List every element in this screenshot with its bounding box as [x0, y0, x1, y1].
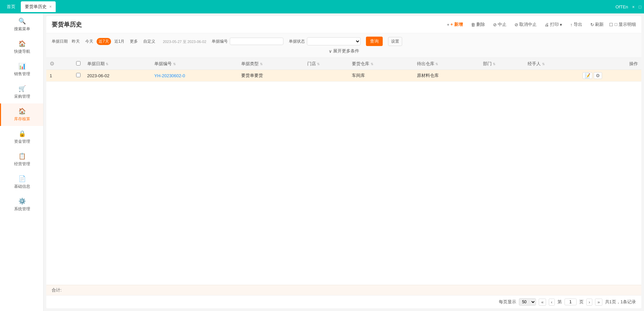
sales-mgmt-icon: 📊	[18, 62, 26, 70]
cancel-stop-button[interactable]: ⊘ 取消中止	[512, 20, 539, 29]
add-button[interactable]: + + 新增	[444, 20, 466, 29]
col-order-type[interactable]: 单据类型 ⇅	[238, 58, 304, 70]
settings-button[interactable]: 设置	[388, 37, 402, 46]
export-label: 导出	[574, 21, 582, 28]
cell-order-no[interactable]: YH-20230602-0	[151, 70, 238, 82]
refresh-icon: ↻	[590, 22, 594, 27]
col-settings[interactable]: ⚙	[46, 58, 73, 70]
prev-page-btn[interactable]: ‹	[549, 299, 555, 306]
expand-more-label: 展开更多条件	[333, 48, 359, 54]
sidebar-item-finance-mgmt[interactable]: 🔒 资金管理	[0, 126, 43, 148]
delete-button[interactable]: 🗑 删除	[468, 20, 488, 29]
finance-mgmt-icon: 🔒	[18, 130, 26, 137]
page: 要货单历史 + + 新增 🗑 删除 ⊘ 中止 ⊘	[46, 16, 641, 308]
sidebar-item-ops-mgmt[interactable]: 📋 经营管理	[0, 148, 43, 171]
window-minimize-btn[interactable]: □	[639, 4, 641, 9]
col-store-label: 门店	[307, 61, 316, 66]
col-store[interactable]: 门店 ⇅	[304, 58, 348, 70]
sidebar-item-quick-nav[interactable]: 🏠 快捷导航	[0, 36, 43, 58]
top-bar: 首页 要货单历史 × OfTEn × □	[0, 0, 644, 13]
col-order-no-sort-icon: ⇅	[173, 62, 176, 66]
date-shortcut-1month[interactable]: 近1月	[112, 38, 127, 45]
stop-button[interactable]: ⊘ 中止	[490, 20, 509, 29]
query-button[interactable]: 查询	[366, 37, 383, 46]
often-label[interactable]: OfTEn	[615, 4, 628, 9]
sidebar-item-basic-info-label: 基础信息	[14, 184, 30, 189]
col-order-no[interactable]: 单据编号 ⇅	[151, 58, 238, 70]
sidebar-item-inventory-label: 库存核算	[14, 116, 30, 122]
table-container: ⚙ 单据日期 ⇅ 单据编号 ⇅	[46, 58, 641, 285]
quick-nav-icon: 🏠	[18, 40, 26, 47]
window-close-btn[interactable]: ×	[632, 4, 635, 9]
page-header: 要货单历史 + + 新增 🗑 删除 ⊘ 中止 ⊘	[46, 16, 641, 33]
col-dept[interactable]: 部门 ⇅	[480, 58, 524, 70]
per-page-select[interactable]: 50 10 20 100	[519, 298, 536, 306]
show-detail-button[interactable]: ☐ □ 显示明细	[609, 21, 636, 28]
col-handler-sort-icon: ⇅	[542, 62, 545, 66]
print-dropdown-icon: ▾	[560, 22, 562, 27]
print-button[interactable]: 🖨 打印 ▾	[542, 20, 565, 29]
sidebar-item-basic-info[interactable]: 📄 基础信息	[0, 171, 43, 193]
content-area: 要货单历史 + + 新增 🗑 删除 ⊘ 中止 ⊘	[44, 13, 644, 311]
date-filter-group: 单据日期 昨天 今天 近7天 近1月 更多 自定义	[52, 38, 157, 45]
tab-requisition-history[interactable]: 要货单历史 ×	[21, 1, 56, 12]
row-edit-btn[interactable]: 📝	[583, 72, 592, 79]
system-mgmt-icon: ⚙️	[18, 197, 26, 205]
summary-label: 合计:	[52, 287, 62, 293]
select-all-checkbox[interactable]	[76, 61, 80, 65]
col-req-warehouse[interactable]: 要货仓库 ⇅	[348, 58, 414, 70]
page-label: 第	[557, 299, 562, 305]
col-handler-label: 经手人	[528, 61, 541, 66]
status-select[interactable]	[307, 37, 361, 45]
col-date[interactable]: 单据日期 ⇅	[84, 58, 151, 70]
cancel-stop-icon: ⊘	[515, 22, 518, 27]
sidebar-item-system-mgmt[interactable]: ⚙️ 系统管理	[0, 193, 43, 216]
search-menu-icon: 🔍	[18, 17, 26, 25]
order-no-input[interactable]	[230, 38, 283, 45]
next-page-btn[interactable]: ›	[586, 299, 592, 306]
export-button[interactable]: ↑ 导出	[568, 20, 585, 29]
last-page-btn[interactable]: »	[595, 299, 602, 306]
page-title: 要货单历史	[52, 20, 444, 29]
sidebar-item-search-menu-label: 搜索菜单	[14, 26, 30, 32]
pagination: 每页显示 50 10 20 100 « ‹ 第 页 › » 共1页，1条记录	[46, 295, 641, 308]
col-pending-warehouse-label: 待出仓库	[417, 61, 434, 66]
date-shortcuts: 昨天 今天 近7天 近1月 更多 自定义	[70, 38, 157, 45]
expand-more-button[interactable]: ∨ 展开更多条件	[52, 48, 636, 54]
sidebar-item-purchase-mgmt-label: 采购管理	[14, 94, 30, 99]
tab-close-icon[interactable]: ×	[49, 4, 52, 9]
page-input[interactable]	[565, 299, 577, 305]
sidebar-item-quick-nav-label: 快捷导航	[14, 49, 30, 54]
row-detail-btn[interactable]: ⚙	[594, 72, 602, 79]
col-order-no-label: 单据编号	[154, 61, 172, 66]
date-shortcut-yesterday[interactable]: 昨天	[70, 38, 82, 45]
date-shortcut-7days[interactable]: 近7天	[97, 38, 111, 45]
tab-home[interactable]: 首页	[3, 1, 19, 12]
sidebar-item-system-mgmt-label: 系统管理	[14, 206, 30, 212]
row-checkbox[interactable]	[76, 73, 80, 77]
tab-home-label: 首页	[7, 4, 15, 10]
date-shortcut-today[interactable]: 今天	[83, 38, 95, 45]
sidebar-item-purchase-mgmt[interactable]: 🛒 采购管理	[0, 81, 43, 103]
sidebar-item-sales-mgmt[interactable]: 📊 销售管理	[0, 58, 43, 81]
first-page-btn[interactable]: «	[539, 299, 546, 306]
table-header-row: ⚙ 单据日期 ⇅ 单据编号 ⇅	[46, 58, 641, 70]
col-handler[interactable]: 经手人 ⇅	[524, 58, 579, 70]
filter-bar: 单据日期 昨天 今天 近7天 近1月 更多 自定义 2023-05-27 至 2…	[46, 33, 641, 58]
table-body: 1 2023-06-02 YH-20230602-0 要货单要货 车间库 原材料…	[46, 70, 641, 82]
sidebar-item-sales-mgmt-label: 销售管理	[14, 71, 30, 77]
date-shortcut-custom[interactable]: 自定义	[141, 38, 157, 45]
filter-row: 单据日期 昨天 今天 近7天 近1月 更多 自定义 2023-05-27 至 2…	[52, 37, 636, 46]
date-range-text: 2023-05-27 至 2023-06-02	[163, 39, 206, 44]
col-pending-warehouse[interactable]: 待出仓库 ⇅	[414, 58, 480, 70]
date-range-group: 2023-05-27 至 2023-06-02	[163, 39, 206, 44]
table-settings-icon[interactable]: ⚙	[50, 61, 54, 66]
order-no-label: 单据编号	[212, 39, 228, 44]
refresh-button[interactable]: ↻ 刷新	[588, 20, 606, 29]
sidebar-item-ops-mgmt-label: 经营管理	[14, 161, 30, 167]
col-pending-warehouse-sort-icon: ⇅	[435, 62, 438, 66]
cell-store	[304, 70, 348, 82]
date-shortcut-more[interactable]: 更多	[128, 38, 140, 45]
sidebar-item-inventory[interactable]: 🏠 库存核算	[0, 103, 43, 126]
sidebar-item-search-menu[interactable]: 🔍 搜索菜单	[0, 13, 43, 36]
